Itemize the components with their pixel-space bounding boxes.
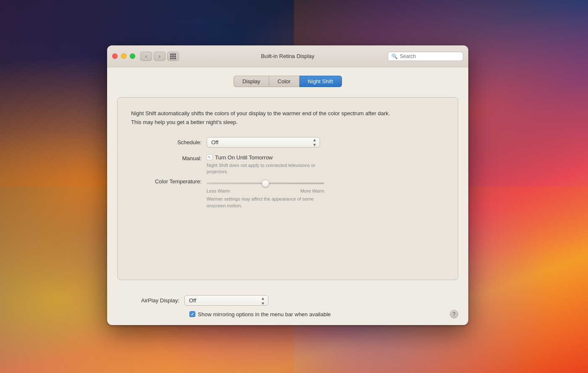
search-box[interactable]: 🔍 <box>388 52 463 61</box>
temp-hint-text: Warmer settings may affect the appearanc… <box>207 196 324 209</box>
temp-content: Less Warm More Warm Warmer settings may … <box>207 178 324 209</box>
back-button[interactable]: ‹ <box>140 52 152 61</box>
titlebar: ‹ › Built-in Retina Display 🔍 <box>107 45 468 67</box>
back-icon: ‹ <box>145 53 147 59</box>
cursor-indicator: ↖ <box>208 155 211 159</box>
system-preferences-window: ‹ › Built-in Retina Display 🔍 Display Co… <box>107 45 468 325</box>
close-button[interactable] <box>112 53 118 59</box>
forward-icon: › <box>159 53 160 59</box>
turn-on-checkbox[interactable]: ↖ <box>207 154 213 160</box>
description-text: Night Shift automatically shifts the col… <box>131 109 400 127</box>
airplay-row: AirPlay Display: Off On ▲ ▼ <box>117 295 458 306</box>
content-area: Display Color Night Shift Night Shift au… <box>107 67 468 295</box>
turn-on-label: Turn On Until Tomorrow <box>215 154 273 161</box>
nav-buttons: ‹ › <box>140 52 165 61</box>
maximize-button[interactable] <box>130 53 135 59</box>
night-shift-panel: Night Shift automatically shifts the col… <box>117 97 458 280</box>
bottom-bar: AirPlay Display: Off On ▲ ▼ ✓ Show mirro… <box>107 295 468 325</box>
minimize-button[interactable] <box>121 53 126 59</box>
airplay-select-container: Off On ▲ ▼ <box>184 295 268 306</box>
tabs-bar: Display Color Night Shift <box>117 76 458 87</box>
tab-display[interactable]: Display <box>234 76 269 87</box>
search-input[interactable] <box>400 53 459 59</box>
color-temp-row: Color Temperature: Less Warm More Warm W… <box>131 178 444 209</box>
tab-color[interactable]: Color <box>269 76 299 87</box>
tab-night-shift[interactable]: Night Shift <box>299 76 342 87</box>
forward-button[interactable]: › <box>154 52 165 61</box>
more-warm-label: More Warm <box>300 188 324 193</box>
manual-hint-text: Night Shift does not apply to connected … <box>207 162 324 175</box>
mirror-checkbox[interactable]: ✓ <box>189 311 195 317</box>
grid-icon <box>170 53 176 59</box>
schedule-select[interactable]: Off Sunset to Sunrise Custom <box>207 137 320 148</box>
color-temp-slider[interactable] <box>207 183 324 184</box>
airplay-label: AirPlay Display: <box>117 297 184 304</box>
bottom-row-wrapper: ✓ Show mirroring options in the menu bar… <box>117 310 458 318</box>
schedule-row: Schedule: Off Sunset to Sunrise Custom ▲… <box>131 137 444 148</box>
grid-view-button[interactable] <box>167 52 179 61</box>
search-icon: 🔍 <box>391 53 398 59</box>
less-warm-label: Less Warm <box>207 188 230 193</box>
mirror-row: ✓ Show mirroring options in the menu bar… <box>117 311 331 317</box>
check-icon: ✓ <box>191 312 194 317</box>
window-title: Built-in Retina Display <box>261 53 314 59</box>
color-temp-label: Color Temperature: <box>131 178 207 185</box>
manual-label: Manual: <box>131 154 207 161</box>
schedule-label: Schedule: <box>131 139 207 145</box>
mirror-label: Show mirroring options in the menu bar w… <box>198 311 331 317</box>
slider-container <box>207 178 324 186</box>
turn-on-row: ↖ Turn On Until Tomorrow <box>207 154 324 161</box>
schedule-select-container: Off Sunset to Sunrise Custom ▲ ▼ <box>207 137 320 148</box>
slider-labels: Less Warm More Warm <box>207 188 324 193</box>
traffic-lights <box>112 53 135 59</box>
airplay-select[interactable]: Off On <box>184 295 268 306</box>
manual-content: ↖ Turn On Until Tomorrow Night Shift doe… <box>207 154 324 175</box>
help-button[interactable]: ? <box>450 310 458 318</box>
manual-row: Manual: ↖ Turn On Until Tomorrow Night S… <box>131 154 444 175</box>
